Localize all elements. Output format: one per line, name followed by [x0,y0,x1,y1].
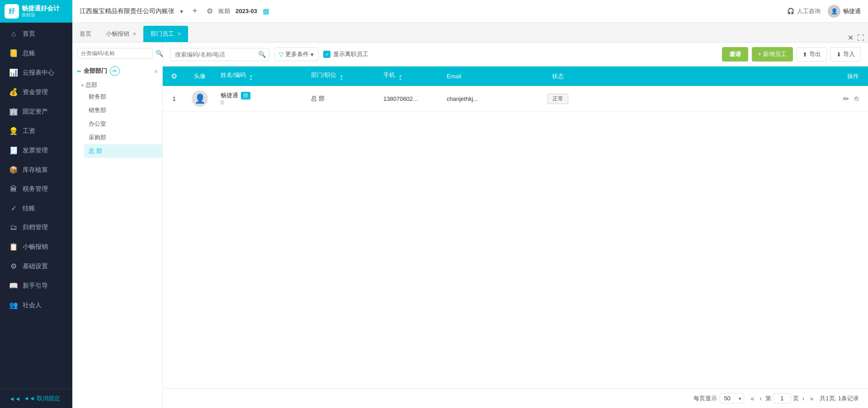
page-size-select[interactable]: 50 100 [720,393,744,403]
sidebar-item-archive[interactable]: 🗂 归档管理 [0,218,72,237]
sort-arrows[interactable]: ▲▼ [399,74,402,81]
search-icon: 🔍 [258,51,266,58]
row-index: 1 [163,86,185,112]
period-value: 2023-03 [236,8,257,14]
action-btns: ✏ ⎋ [591,95,859,103]
tab-label: 首页 [80,30,91,38]
invite-button[interactable]: 邀请 [722,47,748,62]
sidebar-item-funds[interactable]: 💰 资金管理 [0,82,72,102]
company-dropdown-button[interactable]: ▾ [180,8,183,15]
tab-department[interactable]: 部门员工 × [143,26,188,42]
employee-search-input[interactable] [170,48,269,61]
sidebar-item-label: 资金管理 [23,88,48,96]
dept-collapse-button[interactable]: « [154,67,158,75]
topbar-right: 🎧 人工咨询 👤 畅捷通 [787,5,861,18]
row-avatar: 👤 [185,86,214,112]
employee-name-text: 畅捷通 [221,91,238,100]
first-page-button[interactable]: « [749,394,756,403]
page-input-wrap [773,393,791,403]
sidebar-item-checkout[interactable]: ✓ 结账 [0,199,72,218]
sidebar-item-reports[interactable]: 📊 云报表中心 [0,63,72,82]
table-settings-button[interactable]: ⚙ [171,72,177,81]
show-resigned-checkbox[interactable]: ✓ [323,51,330,58]
dept-node-sales[interactable]: 销售部 [84,104,162,117]
tab-close-icon[interactable]: × [133,31,136,37]
pin-label: ◄◄ 取消固定 [24,394,60,403]
tab-expense[interactable]: 小畅报销 × [99,26,143,42]
avatar: 👤 [192,90,208,107]
sidebar-item-social[interactable]: 👥 社会人 [0,295,72,315]
close-tab-button[interactable]: ✕ [848,33,854,42]
sort-arrows[interactable]: ▲▼ [249,74,253,81]
checkout-icon: ✓ [9,204,18,213]
sidebar-item-label: 小畅报销 [23,243,48,251]
sidebar-item-invoice[interactable]: 🧾 发票管理 [0,141,72,160]
tab-home[interactable]: 首页 [72,26,99,42]
dept-node-general[interactable]: 总 部 [84,144,162,158]
page-unit: 页 [793,394,799,403]
dept-node-parent-hq[interactable]: ▾ 总部 [77,79,162,90]
sidebar-item-home[interactable]: ⌂ 首页 [0,24,72,43]
table-row: 1 👤 畅捷通 部 [163,86,868,112]
social-icon: 👥 [9,301,18,309]
export-button[interactable]: ⬆ 导出 [797,47,827,62]
sidebar-item-label: 固定资产 [23,108,48,116]
sidebar-pin-toggle[interactable]: ◄◄ ◄◄ 取消固定 [0,389,72,408]
employee-table-body: 1 👤 畅捷通 部 [163,86,868,112]
sidebar-item-label: 新手引导 [23,282,48,290]
settings-button[interactable]: ⚙ [207,7,213,15]
dept-search-input[interactable] [77,48,153,59]
edit-button[interactable]: ✏ [843,95,849,103]
import-icon: ⬇ [836,51,841,58]
expand-tab-button[interactable]: ⛶ [857,34,864,42]
logout-button[interactable]: ⎋ [854,95,859,103]
sidebar-item-tax[interactable]: 🏛 税务管理 [0,180,72,199]
prev-page-button[interactable]: ‹ [758,394,764,403]
dept-node-purchase[interactable]: 采购部 [84,131,162,144]
sidebar-item-expense[interactable]: 📋 小畅报销 [0,237,72,256]
row-status: 正常 [531,86,585,112]
calendar-icon[interactable]: ▦ [263,7,269,15]
sort-arrows[interactable]: ▲▼ [340,74,343,81]
sidebar-item-label: 结账 [23,204,35,213]
sidebar: 好 畅捷通好会计 旗舰版 ⌂ 首页 📒 总账 📊 云报表中心 💰 资金管理 🏢 … [0,0,72,408]
next-page-button[interactable]: › [801,394,807,403]
sidebar-item-guide[interactable]: 📖 新手引导 [0,276,72,295]
employee-toolbar: 🔍 ▽ 更多条件 ▾ ✓ 显示离职员工 邀请 + 新增员工 [163,43,868,66]
employee-search-wrap: 🔍 [170,48,269,61]
tab-close-icon[interactable]: × [178,31,181,37]
employee-search-button[interactable]: 🔍 [258,51,266,58]
dept-edit-button[interactable]: ✏ [110,66,120,76]
page-nav: « ‹ 第 页 › » [749,393,815,403]
page-number-input[interactable] [773,393,791,403]
support-button[interactable]: 🎧 人工咨询 [787,7,821,15]
grid-icon: ▪▪ [77,68,81,75]
dept-node-office[interactable]: 办公室 [84,117,162,131]
invoice-icon: 🧾 [9,146,18,155]
show-resigned-label: 显示离职员工 [333,50,368,58]
user-menu[interactable]: 👤 畅捷通 [828,5,861,18]
add-tab-button[interactable]: + [189,5,201,18]
employee-code: 0 [221,100,298,106]
all-dept-header[interactable]: ▪▪ 全部部门 ✏ « [72,63,162,79]
logo-text-wrap: 畅捷通好会计 旗舰版 [22,5,60,19]
sidebar-item-ledger[interactable]: 📒 总账 [0,43,72,63]
last-page-button[interactable]: » [808,394,816,403]
sidebar-item-inventory[interactable]: 📦 库存核算 [0,160,72,180]
sidebar-item-settings[interactable]: ⚙ 基础设置 [0,256,72,276]
export-icon: ⬆ [802,51,807,58]
sidebar-item-label: 归档管理 [23,223,48,232]
period-label: 账期 [218,7,230,15]
archive-icon: 🗂 [9,223,18,232]
sidebar-item-salary[interactable]: 👷 工资 [0,121,72,141]
sidebar-item-assets[interactable]: 🏢 固定资产 [0,102,72,121]
dept-children: 财务部 销售部 办公室 采购部 总 部 [77,90,162,158]
more-filter-button[interactable]: ▽ 更多条件 ▾ [274,47,319,61]
tabs-actions: ✕ ⛶ [848,33,868,42]
main-area: 江西服宝精品有限责任公司内账张 ▾ + ⚙ 账期 2023-03 ▦ 🎧 人工咨… [72,0,868,408]
dept-search-button[interactable]: 🔍 [156,49,163,57]
total-records: 共1页, 1条记录 [820,394,859,403]
dept-node-finance[interactable]: 财务部 [84,90,162,104]
add-employee-button[interactable]: + 新增员工 [752,47,793,62]
import-button[interactable]: ⬇ 导入 [830,47,861,62]
